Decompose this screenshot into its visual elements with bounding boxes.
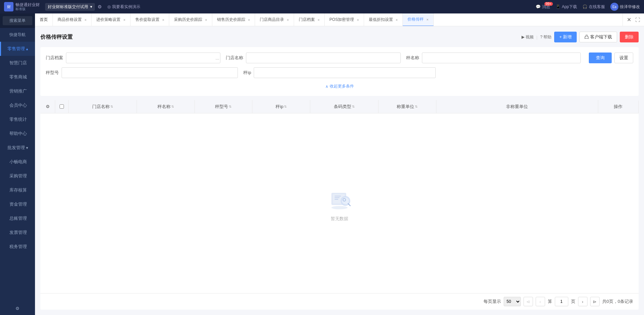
online-service-button[interactable]: 🎧 在线客服 bbox=[582, 4, 605, 10]
prev-page-button[interactable]: ‹ bbox=[536, 297, 545, 306]
tab-label-commodity-price: 商品价格设置 bbox=[58, 17, 82, 23]
tab-store-profile[interactable]: 门店档案× bbox=[294, 13, 325, 26]
sidebar-item-general-ledger[interactable]: 总账管理 bbox=[0, 211, 35, 225]
tab-price-scale[interactable]: 价格传秤× bbox=[403, 13, 433, 26]
tab-sale-history[interactable]: 销售历史价跟踪× bbox=[212, 13, 255, 26]
chevron-up-icon: ∧ bbox=[325, 84, 328, 89]
table-header: ⚙ 门店名称 ⇅ 秤名称 ⇅ 秤型号 bbox=[40, 100, 639, 113]
tab-store-catalog[interactable]: 门店商品目录× bbox=[255, 13, 294, 26]
empty-state: 暂无数据 bbox=[326, 185, 353, 222]
quick-nav-button[interactable]: 快捷导航 bbox=[3, 30, 32, 40]
tab-close-purchase-strategy[interactable]: × bbox=[123, 18, 125, 22]
tab-close-store-catalog[interactable]: × bbox=[287, 18, 289, 22]
th-checkbox[interactable] bbox=[55, 100, 69, 113]
th-weight-unit[interactable]: 称重单位 ⇅ bbox=[379, 100, 436, 113]
empty-text: 暂无数据 bbox=[331, 216, 348, 222]
th-scale-name[interactable]: 秤名称 ⇅ bbox=[137, 100, 195, 113]
scale-ip-input[interactable] bbox=[254, 67, 435, 78]
tab-label-store-profile: 门店档案 bbox=[299, 17, 315, 23]
sidebar-item-invoice[interactable]: 发票管理 bbox=[0, 225, 35, 240]
tab-close-price-scale[interactable]: × bbox=[426, 18, 428, 22]
tab-bar: 首页商品价格设置×进价策略设置×售价提取设置×采购历史价跟踪×销售历史价跟踪×门… bbox=[35, 13, 644, 26]
settings-button[interactable]: ⚙ bbox=[98, 4, 102, 9]
sidebar-item-inventory[interactable]: 库存核算 bbox=[0, 183, 35, 197]
tab-purchase-history[interactable]: 采购历史价跟踪× bbox=[169, 13, 212, 26]
store-name-input[interactable] bbox=[246, 53, 400, 63]
first-page-button[interactable]: ⊲ bbox=[524, 297, 533, 306]
tab-label-price-scale: 价格传秤 bbox=[407, 16, 424, 22]
sidebar-item-small-business[interactable]: 小畅电商 bbox=[0, 155, 35, 169]
tab-close-purchase-history[interactable]: × bbox=[205, 18, 207, 22]
download-client-button[interactable]: 凸 客户端下载 bbox=[579, 32, 617, 42]
help-link[interactable]: ? 帮助 bbox=[540, 34, 551, 40]
store-profile-input[interactable] bbox=[66, 53, 220, 63]
th-scale-ip[interactable]: 秤ip ⇅ bbox=[252, 100, 310, 113]
th-store-name[interactable]: 门店名称 ⇅ bbox=[69, 100, 137, 113]
main-area: 搜索菜单 快捷导航 零售管理▲智慧门店零售商城营销推广会员中心零售统计帮助中心批… bbox=[0, 13, 644, 315]
demo-icon: ◎ bbox=[107, 4, 111, 9]
th-ops: 操作 bbox=[598, 100, 639, 113]
maximize-button[interactable]: ⛶ bbox=[634, 16, 641, 23]
scale-name-input[interactable] bbox=[422, 53, 581, 63]
svg-point-0 bbox=[331, 206, 348, 209]
tab-sale-extract[interactable]: 售价提取设置× bbox=[131, 13, 169, 26]
next-page-button[interactable]: › bbox=[578, 297, 587, 306]
sort-icon: ⇅ bbox=[229, 105, 231, 108]
store-profile-group: 门店档案 ... bbox=[46, 53, 220, 63]
sidebar-item-tax[interactable]: 税务管理 bbox=[0, 240, 35, 254]
sort-icon: ⇅ bbox=[352, 105, 355, 108]
tab-close-commodity-price[interactable]: × bbox=[84, 18, 86, 22]
page-number-input[interactable] bbox=[555, 297, 568, 306]
search-menu-button[interactable]: 搜索菜单 bbox=[3, 16, 32, 25]
page-actions: ▶ 视频 | ? 帮助 + 新增 凸 客户端下载 删除 bbox=[522, 32, 639, 42]
tab-close-store-profile[interactable]: × bbox=[318, 18, 320, 22]
logo-icon: 财 bbox=[4, 2, 13, 11]
sidebar-item-member-center[interactable]: 会员中心 bbox=[0, 98, 35, 112]
chevron-up-icon: ▲ bbox=[26, 47, 29, 51]
query-button[interactable]: 查询 bbox=[589, 53, 612, 63]
add-button[interactable]: + 新增 bbox=[554, 32, 577, 42]
message-button[interactable]: 💬 消息 99+ bbox=[536, 4, 550, 10]
ellipsis-icon[interactable]: ... bbox=[215, 56, 219, 61]
store-name-group: 门店名称 bbox=[226, 53, 400, 63]
scale-model-input[interactable] bbox=[62, 67, 238, 78]
close-all-tabs-button[interactable]: ✕ bbox=[625, 16, 633, 24]
tab-purchase-strategy[interactable]: 进价策略设置× bbox=[92, 13, 130, 26]
sort-icon: ⇅ bbox=[110, 105, 113, 108]
tab-commodity-price[interactable]: 商品价格设置× bbox=[53, 13, 92, 26]
sidebar-item-purchase-management[interactable]: 采购管理 bbox=[0, 169, 35, 183]
sidebar-settings-button[interactable]: ⚙ bbox=[0, 302, 35, 315]
sidebar-item-retail-mall[interactable]: 零售商城 bbox=[0, 70, 35, 84]
tab-close-min-discount[interactable]: × bbox=[396, 18, 398, 22]
tab-home[interactable]: 首页 bbox=[35, 13, 53, 26]
delete-button[interactable]: 删除 bbox=[620, 32, 639, 42]
per-page-select[interactable]: 50 10 20 100 bbox=[504, 297, 521, 306]
sidebar-item-retail-stats[interactable]: 零售统计 bbox=[0, 112, 35, 127]
sidebar-item-retail-management[interactable]: 零售管理▲ bbox=[0, 42, 35, 56]
th-settings[interactable]: ⚙ bbox=[40, 100, 55, 113]
sidebar-item-finance[interactable]: 资金管理 bbox=[0, 197, 35, 211]
th-scale-model[interactable]: 秤型号 ⇅ bbox=[195, 100, 253, 113]
last-page-button[interactable]: ⊳ bbox=[590, 297, 600, 306]
tab-label-home: 首页 bbox=[40, 17, 48, 23]
sidebar-item-smart-store[interactable]: 智慧门店 bbox=[0, 56, 35, 70]
tab-close-pos-management[interactable]: × bbox=[357, 18, 359, 22]
tab-min-discount[interactable]: 最低折扣设置× bbox=[364, 13, 403, 26]
user-info[interactable]: Ea 徐泽华修改 bbox=[610, 3, 640, 11]
version-select[interactable]: 好业财标准版交付试用 ▾ bbox=[45, 3, 95, 11]
table-body: 暂无数据 bbox=[40, 113, 639, 293]
app-download-button[interactable]: 📱 App下载 bbox=[556, 4, 577, 10]
tab-close-sale-history[interactable]: × bbox=[248, 18, 250, 22]
demo-button[interactable]: ◎ 我要看实例演示 bbox=[107, 4, 140, 10]
sidebar-item-wholesale-management[interactable]: 批发管理▼ bbox=[0, 141, 35, 155]
settings-query-button[interactable]: 设置 bbox=[614, 53, 633, 63]
video-link[interactable]: ▶ 视频 bbox=[522, 34, 534, 40]
scale-ip-label: 秤ip bbox=[243, 70, 251, 76]
sidebar-item-marketing[interactable]: 营销推广 bbox=[0, 84, 35, 98]
select-all-checkbox[interactable] bbox=[60, 104, 64, 109]
sidebar-item-help-center[interactable]: 帮助中心 bbox=[0, 127, 35, 141]
tab-close-sale-extract[interactable]: × bbox=[162, 18, 164, 22]
tab-pos-management[interactable]: POS加密管理× bbox=[325, 13, 364, 26]
th-barcode-type[interactable]: 条码类型 ⇅ bbox=[310, 100, 379, 113]
collapse-button[interactable]: ∧ 收起更多条件 bbox=[46, 82, 633, 91]
